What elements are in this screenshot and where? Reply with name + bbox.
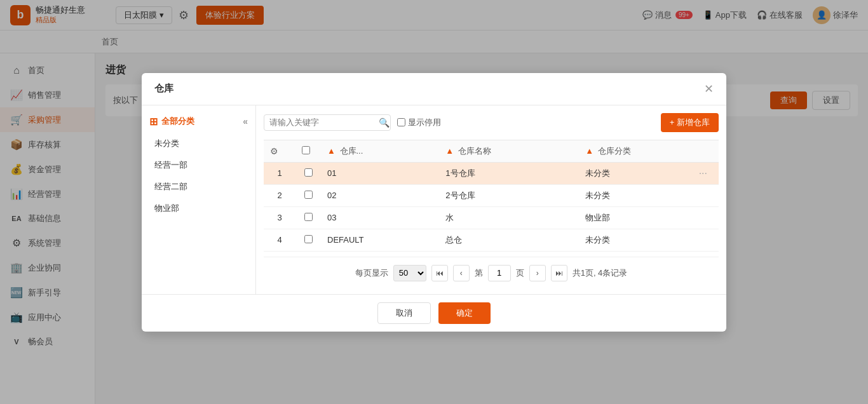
page-label: 第 xyxy=(475,267,483,279)
sort-icon-name: ▲ xyxy=(445,146,454,156)
category-item-ops2[interactable]: 经营二部 xyxy=(142,176,255,198)
col-header-check xyxy=(295,140,321,162)
dialog-body: ⊞ 全部分类 « 未分类 经营一部 经营二部 物业部 🔍 xyxy=(142,105,726,294)
table-container: ⚙ ▲ 仓库... ▲ xyxy=(264,140,719,252)
col-header-code: ▲ 仓库... xyxy=(321,140,439,162)
gear-icon[interactable]: ⚙ xyxy=(270,146,278,156)
col-header-name: ▲ 仓库名称 xyxy=(439,140,579,162)
sidebar-collapse-icon[interactable]: « xyxy=(243,116,248,126)
row-name: 1号仓库 xyxy=(439,162,579,184)
row-check[interactable] xyxy=(295,184,321,206)
search-input-wrap: 🔍 xyxy=(264,114,391,131)
row-checkbox[interactable] xyxy=(304,213,313,221)
add-warehouse-button[interactable]: + 新增仓库 xyxy=(661,113,719,132)
row-name: 2号仓库 xyxy=(439,184,579,206)
row-category: 物业部 xyxy=(579,206,719,229)
row-category: 未分类 xyxy=(579,229,719,251)
category-item-property[interactable]: 物业部 xyxy=(142,198,255,219)
row-checkbox[interactable] xyxy=(304,168,313,177)
more-icon[interactable]: ··· xyxy=(699,168,707,179)
row-code: DEFAULT xyxy=(321,229,439,251)
col-header-gear: ⚙ xyxy=(264,140,295,162)
per-page-select[interactable]: 50 100 xyxy=(393,265,426,281)
first-page-btn[interactable]: ⏮ xyxy=(431,265,448,281)
row-no: 1 xyxy=(264,162,295,184)
warehouse-table: ⚙ ▲ 仓库... ▲ xyxy=(264,140,719,252)
warehouse-dialog: 仓库 ✕ ⊞ 全部分类 « 未分类 经营一部 经营二部 物业部 xyxy=(142,73,726,332)
sort-icon: ▲ xyxy=(327,146,336,156)
row-category: 未分类 xyxy=(579,184,719,206)
show-disabled-label: 显示停用 xyxy=(408,117,441,128)
cancel-button[interactable]: 取消 xyxy=(377,302,431,324)
confirm-button[interactable]: 确定 xyxy=(438,302,491,324)
last-page-btn[interactable]: ⏭ xyxy=(551,265,567,281)
dsidebar-header: ⊞ 全部分类 « xyxy=(142,111,255,133)
dialog-close-button[interactable]: ✕ xyxy=(704,82,714,96)
dialog-category-sidebar: ⊞ 全部分类 « 未分类 经营一部 经营二部 物业部 xyxy=(142,105,256,294)
next-page-btn[interactable]: › xyxy=(529,265,546,281)
sort-icon-cat: ▲ xyxy=(585,146,593,156)
modal-overlay: 仓库 ✕ ⊞ 全部分类 « 未分类 经营一部 经营二部 物业部 xyxy=(0,0,868,404)
prev-page-btn[interactable]: ‹ xyxy=(453,265,470,281)
table-row[interactable]: 2 02 2号仓库 未分类 xyxy=(264,184,719,206)
pagination: 每页显示 50 100 ⏮ ‹ 第 页 › ⏭ 共1页, 4条记录 xyxy=(264,257,719,286)
page-suffix: 页 xyxy=(516,267,524,279)
row-category: 未分类··· xyxy=(579,162,719,184)
row-no: 2 xyxy=(264,184,295,206)
page-input[interactable] xyxy=(488,265,511,281)
row-name: 水 xyxy=(439,206,579,229)
row-checkbox[interactable] xyxy=(304,191,313,199)
table-row[interactable]: 3 03 水 物业部 xyxy=(264,206,719,229)
search-icon: 🔍 xyxy=(379,118,390,128)
dialog-toolbar: 🔍 显示停用 + 新增仓库 xyxy=(264,113,719,132)
select-all-checkbox[interactable] xyxy=(302,146,310,154)
dialog-header: 仓库 ✕ xyxy=(142,73,726,105)
show-disabled-wrap: 显示停用 xyxy=(397,117,441,128)
grid-icon: ⊞ xyxy=(149,116,158,128)
row-no: 4 xyxy=(264,229,295,251)
show-disabled-checkbox[interactable] xyxy=(397,118,405,126)
search-input[interactable] xyxy=(269,118,376,127)
table-row[interactable]: 4 DEFAULT 总仓 未分类 xyxy=(264,229,719,251)
table-row[interactable]: 1 01 1号仓库 未分类··· xyxy=(264,162,719,184)
row-no: 3 xyxy=(264,206,295,229)
dialog-main: 🔍 显示停用 + 新增仓库 ⚙ xyxy=(256,105,726,294)
dsidebar-title: 全部分类 xyxy=(161,116,194,127)
row-check[interactable] xyxy=(295,229,321,251)
category-item-ops1[interactable]: 经营一部 xyxy=(142,154,255,176)
row-check[interactable] xyxy=(295,162,321,184)
row-code: 02 xyxy=(321,184,439,206)
row-name: 总仓 xyxy=(439,229,579,251)
dialog-footer: 取消 确定 xyxy=(142,294,726,332)
page-summary: 共1页, 4条记录 xyxy=(573,267,628,279)
per-page-label: 每页显示 xyxy=(355,267,388,279)
row-code: 01 xyxy=(321,162,439,184)
col-header-category: ▲ 仓库分类 xyxy=(579,140,719,162)
row-checkbox[interactable] xyxy=(304,235,313,243)
row-code: 03 xyxy=(321,206,439,229)
category-item-uncat[interactable]: 未分类 xyxy=(142,133,255,154)
row-check[interactable] xyxy=(295,206,321,229)
dialog-title: 仓库 xyxy=(154,83,173,95)
